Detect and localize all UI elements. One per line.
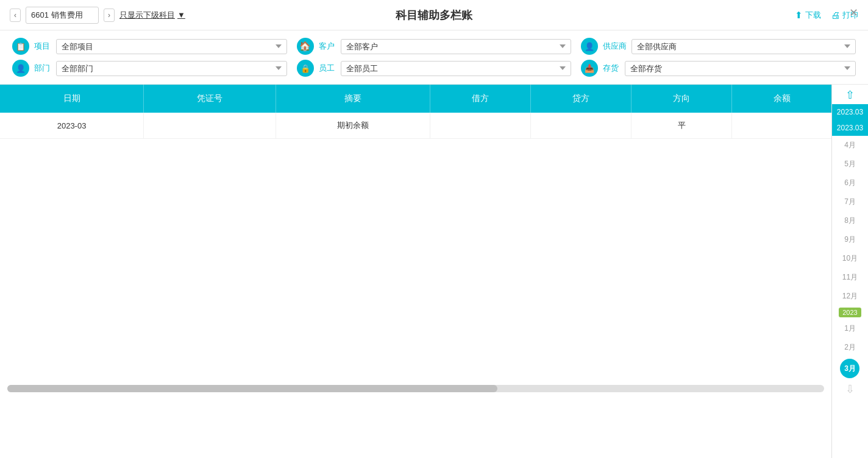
prev-account-button[interactable]: ‹	[10, 9, 21, 22]
cell-summary: 期初余额	[276, 113, 430, 139]
side-month-item[interactable]: 8月	[839, 211, 861, 230]
side-month-item[interactable]: 9月	[839, 230, 861, 249]
employee-label: 员工	[319, 63, 336, 74]
filter-supplier: 👤 供应商 全部供应商	[576, 35, 861, 57]
project-icon: 📋	[12, 38, 29, 55]
col-direction: 方向	[631, 85, 732, 113]
side-month-item[interactable]: 7月	[839, 192, 861, 211]
cell-credit	[530, 113, 631, 139]
close-button[interactable]: ✕	[849, 6, 858, 19]
show-sub-chevron-icon: ▼	[177, 10, 185, 19]
side-header-1[interactable]: 2023.03	[832, 104, 868, 120]
filter-area: 📋 项目 全部项目 🏠 客户 全部客户 👤 供应商 全部供应商 👤 部门 全	[0, 30, 868, 85]
page-title: 科目辅助多栏账	[396, 8, 472, 23]
side-scroll-down-button[interactable]: ⇩	[843, 380, 857, 398]
department-select[interactable]: 全部部门	[56, 61, 287, 76]
filter-employee: 🔒 员工 全部员工	[292, 57, 577, 79]
side-header-2[interactable]: 2023.03	[832, 120, 868, 136]
side-month-item[interactable]: 2月	[839, 338, 861, 357]
side-month-item[interactable]: 5月	[839, 155, 861, 174]
show-sub-account-button[interactable]: 只显示下级科目 ▼	[119, 10, 185, 21]
filter-department: 👤 部门 全部部门	[7, 57, 292, 79]
employee-icon: 🔒	[297, 60, 314, 77]
scrollbar-thumb[interactable]	[7, 385, 497, 392]
side-month-item[interactable]: 12月	[839, 287, 861, 306]
cell-balance	[732, 113, 831, 139]
customer-label: 客户	[319, 41, 336, 52]
filter-inventory: 📥 存货 全部存货	[576, 57, 861, 79]
side-month-item[interactable]: 1月	[839, 319, 861, 338]
download-button[interactable]: ⬆ 下载	[795, 10, 821, 21]
title-bar: ‹ 6601 销售费用 › 只显示下级科目 ▼ 科目辅助多栏账 ⬆ 下载 🖨 打…	[0, 0, 868, 30]
title-left: ‹ 6601 销售费用 › 只显示下级科目 ▼	[10, 7, 185, 24]
side-months-container: 4月5月6月7月8月9月10月11月12月20231月2月3月	[839, 136, 861, 380]
col-voucher: 凭证号	[144, 85, 276, 113]
col-credit: 贷方	[530, 85, 631, 113]
col-balance: 余额	[732, 85, 831, 113]
inventory-select[interactable]: 全部存货	[625, 61, 856, 76]
main-window: ‹ 6601 销售费用 › 只显示下级科目 ▼ 科目辅助多栏账 ⬆ 下载 🖨 打…	[0, 0, 868, 458]
filter-customer: 🏠 客户 全部客户	[292, 35, 577, 57]
year-badge[interactable]: 2023	[839, 308, 861, 317]
ledger-table: 日期 凭证号 摘要 借方 贷方 方向 余额 2023-03 期初余额 平	[0, 85, 831, 139]
side-month-active[interactable]: 3月	[840, 359, 859, 378]
side-month-item[interactable]: 11月	[839, 268, 861, 287]
col-summary: 摘要	[276, 85, 430, 113]
project-select[interactable]: 全部项目	[56, 39, 287, 54]
supplier-select[interactable]: 全部供应商	[631, 39, 856, 54]
side-month-panel: ⇧ 2023.03 2023.03 4月5月6月7月8月9月10月11月12月2…	[831, 85, 868, 458]
department-icon: 👤	[12, 60, 29, 77]
cell-debit	[430, 113, 530, 139]
supplier-icon: 👤	[581, 38, 598, 55]
table-header-row: 日期 凭证号 摘要 借方 贷方 方向 余额	[0, 85, 831, 113]
horizontal-scrollbar[interactable]	[7, 385, 824, 392]
show-sub-label: 只显示下级科目	[119, 10, 175, 21]
inventory-label: 存货	[603, 63, 620, 74]
supplier-label: 供应商	[603, 41, 627, 52]
download-icon: ⬆	[795, 10, 803, 21]
col-date: 日期	[0, 85, 144, 113]
side-scroll-up-button[interactable]: ⇧	[843, 86, 857, 104]
employee-select[interactable]: 全部员工	[341, 61, 572, 76]
print-icon: 🖨	[831, 10, 840, 20]
side-month-item[interactable]: 6月	[839, 174, 861, 192]
filter-project: 📋 项目 全部项目	[7, 35, 292, 57]
col-debit: 借方	[430, 85, 530, 113]
cell-voucher	[144, 113, 276, 139]
side-header-2-label: 2023.03	[837, 124, 863, 132]
cell-date: 2023-03	[0, 113, 144, 139]
download-label: 下载	[805, 10, 821, 21]
side-month-item[interactable]: 10月	[839, 249, 861, 268]
table-row: 2023-03 期初余额 平	[0, 113, 831, 139]
cell-direction: 平	[631, 113, 732, 139]
department-label: 部门	[34, 63, 51, 74]
main-content: 日期 凭证号 摘要 借方 贷方 方向 余额 2023-03 期初余额 平	[0, 85, 868, 458]
next-account-button[interactable]: ›	[104, 9, 115, 22]
customer-select[interactable]: 全部客户	[341, 39, 572, 54]
inventory-icon: 📥	[581, 60, 598, 77]
account-code-display: 6601 销售费用	[26, 7, 99, 24]
side-month-item[interactable]: 4月	[839, 136, 861, 155]
table-area: 日期 凭证号 摘要 借方 贷方 方向 余额 2023-03 期初余额 平	[0, 85, 831, 458]
project-label: 项目	[34, 41, 51, 52]
customer-icon: 🏠	[297, 38, 314, 55]
side-header-1-label: 2023.03	[837, 108, 863, 116]
